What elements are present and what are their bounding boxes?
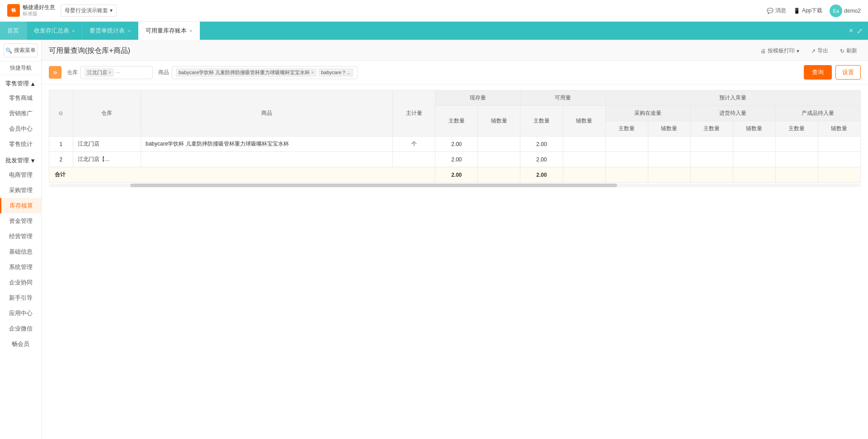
col-available-aux-qty: 辅数量 [563, 106, 605, 137]
col-warehouse-header: 仓库 [73, 90, 141, 137]
page-header-actions: 🖨 按模板打印 ▾ ↗ 导出 ↻ 刷新 [757, 45, 861, 57]
total-ip-main [690, 167, 733, 183]
chevron-down-icon: ▾ [110, 7, 113, 14]
sidebar-item-marketing[interactable]: 营销推广 [0, 106, 41, 121]
warehouse-tag: 江北门店 × [85, 68, 114, 77]
row2-current-main: 2.00 [435, 152, 478, 167]
table-row: 1 江北门店 babycare学饮杯 儿童防摔防撞吸管杯重力球吸嘴杯宝宝水杯 个… [49, 137, 861, 152]
sidebar-item-app-center-label: 应用中心 [9, 310, 33, 316]
sidebar-item-member-center[interactable]: 会员中心 [0, 121, 41, 137]
row1-unit: 个 [393, 137, 435, 152]
close-window-btn[interactable]: × [849, 27, 853, 35]
tab-home-label: 首页 [7, 27, 19, 35]
refresh-label: 刷新 [846, 47, 857, 55]
table-row: 2 江北门店【... 2.00 2.00 [49, 152, 861, 167]
sidebar-item-member[interactable]: 畅会员 [0, 336, 41, 352]
col-current-stock-header: 现存量 [435, 90, 520, 106]
export-btn[interactable]: ↗ 导出 [807, 45, 832, 57]
row1-ip-aux [733, 137, 775, 152]
message-label: 消息 [775, 7, 786, 14]
query-btn[interactable]: 查询 [804, 65, 832, 80]
row1-current-aux [478, 137, 520, 152]
row2-pt-main [605, 152, 648, 167]
sidebar-item-enterprise-wechat[interactable]: 企业微信 [0, 321, 41, 336]
content-area: 可用量查询(按仓库+商品) 🖨 按模板打印 ▾ ↗ 导出 ↻ 刷新 [42, 40, 868, 439]
sidebar-item-retail-mall[interactable]: 零售商城 [0, 90, 41, 106]
sidebar-item-purchase-label: 采购管理 [9, 187, 33, 194]
total-current-aux [478, 167, 520, 183]
refresh-btn[interactable]: ↻ 刷新 [836, 45, 861, 57]
tab-available-inventory[interactable]: 可用量库存账本 × [138, 22, 200, 40]
col-purchase-transit-aux: 辅数量 [648, 121, 690, 137]
tab-available-inventory-close[interactable]: × [189, 28, 192, 33]
sidebar-item-retail-stats[interactable]: 零售统计 [0, 137, 41, 152]
nav-tabs-bar: 首页 收发存汇总表 × 要货单统计表 × 可用量库存账本 × × ⤢ [0, 22, 868, 40]
search-icon: 🔍 [5, 47, 12, 54]
sidebar-item-operation[interactable]: 经营管理 [0, 229, 41, 244]
sidebar-item-basic-info[interactable]: 基础信息 [0, 244, 41, 260]
warehouse-label: 仓库 [67, 69, 78, 76]
avatar: Ea [830, 5, 842, 17]
total-label: 合计 [49, 167, 435, 183]
sidebar-item-enterprise-label: 企业协同 [9, 279, 33, 286]
sidebar-item-system[interactable]: 系统管理 [0, 260, 41, 275]
tab-receipt-summary-label: 收发存汇总表 [34, 27, 69, 35]
settings-btn[interactable]: 设置 [835, 65, 861, 80]
sidebar-group-retail-header[interactable]: 零售管理 ▲ [0, 75, 41, 90]
data-table: ⚙ 仓库 商品 主计量 现存量 可用量 预计入库量 主数量 辅数量 [49, 90, 861, 183]
sidebar-group-retail-label: 零售管理 [5, 80, 29, 88]
sidebar-item-enterprise-wechat-label: 企业微信 [9, 325, 33, 332]
sidebar-item-enterprise[interactable]: 企业协同 [0, 275, 41, 290]
sidebar-quick-nav[interactable]: 快捷导航 [0, 61, 41, 75]
row1-pt-main [605, 137, 648, 152]
top-bar-left: 畅 畅捷通好生意 标准版 母婴行业演示账套 ▾ [7, 4, 117, 17]
mobile-icon: 📱 [793, 8, 800, 14]
col-production-pending-aux: 辅数量 [818, 121, 860, 137]
col-inbound-pending-aux: 辅数量 [733, 121, 775, 137]
page-content: 可用量查询(按仓库+商品) 🖨 按模板打印 ▾ ↗ 导出 ↻ 刷新 [42, 40, 868, 439]
sidebar-item-new-guide[interactable]: 新手引导 [0, 290, 41, 306]
sidebar-item-ecommerce[interactable]: 电商管理 [0, 167, 41, 183]
product-tag-1-remove[interactable]: × [311, 70, 314, 75]
total-ip-aux [733, 167, 775, 183]
sidebar: 🔍 搜索菜单 快捷导航 零售管理 ▲ 零售商城 营销推广 会员中心 零售统计 [0, 40, 42, 439]
row2-available-main: 2.00 [520, 152, 563, 167]
row2-pp-main [775, 152, 818, 167]
filter-expand-btn[interactable]: » [49, 66, 61, 79]
avatar-text: Ea [833, 8, 839, 14]
message-btn[interactable]: 💬 消息 [767, 7, 786, 14]
warehouse-tag-remove[interactable]: × [108, 70, 111, 75]
filter-bar: » 仓库 江北门店 × ··· 商品 [42, 61, 868, 85]
sidebar-item-purchase[interactable]: 采购管理 [0, 183, 41, 198]
row1-pp-aux [818, 137, 860, 152]
col-purchase-transit-header: 采购在途量 [605, 106, 690, 121]
expand-window-btn[interactable]: ⤢ [857, 27, 863, 35]
tab-home[interactable]: 首页 [0, 22, 27, 40]
row1-ip-main [690, 137, 733, 152]
template-print-btn[interactable]: 🖨 按模板打印 ▾ [757, 45, 803, 57]
column-settings-icon[interactable]: ⚙ [58, 110, 63, 117]
sidebar-item-app-center[interactable]: 应用中心 [0, 306, 41, 321]
sidebar-item-retail-mall-label: 零售商城 [9, 94, 33, 101]
col-inbound-pending-header: 进货待入量 [690, 106, 775, 121]
search-menu-btn[interactable]: 🔍 搜索菜单 [4, 43, 38, 57]
row2-ip-aux [733, 152, 775, 167]
tab-order-stats[interactable]: 要货单统计表 × [82, 22, 138, 40]
industry-selector[interactable]: 母婴行业演示账套 ▾ [61, 5, 117, 17]
message-icon: 💬 [767, 8, 774, 14]
product-input[interactable]: babycare学饮杯 儿童防摔防撞吸管杯重力球吸嘴杯宝宝水杯 × babyca… [172, 66, 358, 79]
more-icon[interactable]: ··· [116, 69, 120, 76]
sidebar-item-inventory[interactable]: 库存核算 [0, 198, 41, 213]
sidebar-group-wholesale-header[interactable]: 批发管理 ▼ [0, 152, 41, 167]
template-badge: 标准版 [23, 10, 55, 17]
app-download-btn[interactable]: 📱 App下载 [793, 7, 822, 14]
user-profile[interactable]: Ea demo2 [830, 5, 861, 17]
row1-product: babycare学饮杯 儿童防摔防撞吸管杯重力球吸嘴杯宝宝水杯 [141, 137, 392, 152]
tab-receipt-summary[interactable]: 收发存汇总表 × [27, 22, 82, 40]
user-name: demo2 [844, 8, 861, 14]
sidebar-item-finance[interactable]: 资金管理 [0, 213, 41, 229]
row1-current-main: 2.00 [435, 137, 478, 152]
tab-receipt-summary-close[interactable]: × [72, 28, 75, 33]
tab-order-stats-close[interactable]: × [127, 28, 130, 33]
warehouse-input[interactable]: 江北门店 × ··· [80, 66, 153, 79]
